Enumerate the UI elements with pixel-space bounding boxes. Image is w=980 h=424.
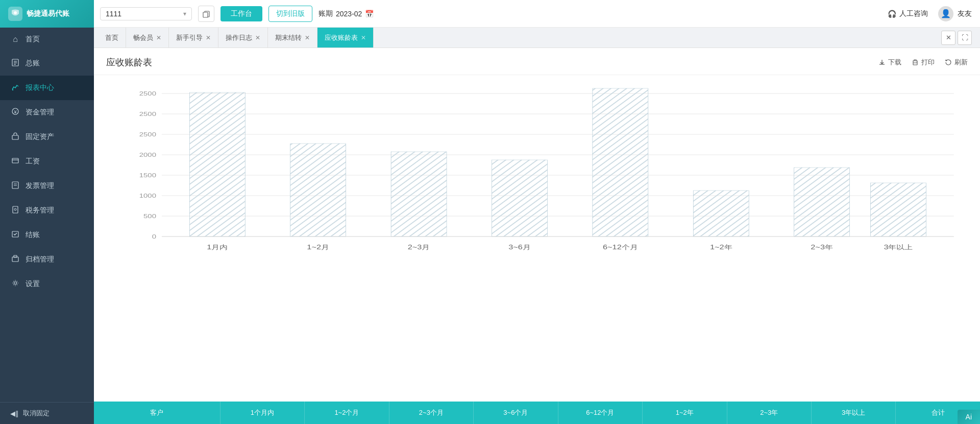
sidebar-label-invoice: 发票管理 xyxy=(26,181,54,191)
checkout-icon xyxy=(10,230,20,240)
tab-actions: ✕ ⛶ xyxy=(937,28,976,48)
tab-member-close[interactable]: ✕ xyxy=(156,35,161,41)
svg-text:1~2年: 1~2年 xyxy=(710,244,732,250)
sidebar-label-settings: 设置 xyxy=(26,279,40,289)
logo-text: 畅捷通易代账 xyxy=(27,9,69,18)
sidebar-scroll: ⌂ 首页 总账 xyxy=(0,28,94,402)
tab-guide[interactable]: 新手引导 ✕ xyxy=(169,28,218,48)
top-header: 畅捷通易代账 1111 ▾ 工作台 切到旧版 账期 2023-02 📅 🎧 人工… xyxy=(0,0,980,28)
sidebar-item-home[interactable]: ⌂ 首页 xyxy=(0,28,94,51)
svg-rect-46 xyxy=(693,191,749,237)
ai-label: Ai xyxy=(966,413,972,421)
calendar-icon[interactable]: 📅 xyxy=(365,10,374,18)
svg-rect-44 xyxy=(492,160,548,237)
sidebar-item-ledger[interactable]: 总账 xyxy=(0,51,94,76)
copy-button[interactable] xyxy=(198,6,214,22)
collapse-icon: ◀‖ xyxy=(10,410,19,417)
sidebar-item-tax[interactable]: 税务管理 xyxy=(0,198,94,223)
sidebar-item-reports[interactable]: 报表中心 xyxy=(0,76,94,100)
sidebar-label-checkout: 结账 xyxy=(26,230,40,240)
tab-member-label: 畅会员 xyxy=(133,33,153,42)
table-header: 客户 1个月内 1~2个月 2~3个月 3~6个月 6~12个月 xyxy=(94,402,980,424)
svg-text:2500: 2500 xyxy=(139,111,156,117)
chevron-down-icon: ▾ xyxy=(183,10,186,17)
refresh-label: 刷新 xyxy=(954,58,968,67)
download-button[interactable]: 下载 xyxy=(878,58,901,67)
svg-point-17 xyxy=(14,208,16,210)
header-right: 🎧 人工咨询 👤 友友 xyxy=(888,6,972,21)
ledger-icon xyxy=(10,58,20,68)
headset-icon: 🎧 xyxy=(888,10,896,18)
sidebar-item-funds[interactable]: ¥ 资金管理 xyxy=(0,100,94,125)
chart-area: 2500 2500 2500 2000 1500 1000 500 0 xyxy=(94,75,980,402)
sidebar-item-checkout[interactable]: 结账 xyxy=(0,223,94,247)
home-icon: ⌂ xyxy=(10,35,20,44)
svg-text:3~6月: 3~6月 xyxy=(508,244,531,250)
logo-area: 畅捷通易代账 xyxy=(0,0,94,28)
svg-rect-43 xyxy=(391,152,447,237)
sidebar-label-assets: 固定资产 xyxy=(26,132,54,142)
sidebar-label-archive: 归档管理 xyxy=(26,255,54,264)
page-header: 应收账龄表 下载 xyxy=(94,48,980,75)
collapse-label: 取消固定 xyxy=(23,409,50,418)
sidebar-item-assets[interactable]: 固定资产 xyxy=(0,125,94,149)
workbench-button[interactable]: 工作台 xyxy=(220,6,262,21)
sidebar-label-reports: 报表中心 xyxy=(26,83,54,92)
sidebar-item-salary[interactable]: 工资 xyxy=(0,149,94,174)
tab-log[interactable]: 操作日志 ✕ xyxy=(218,28,268,48)
salary-icon xyxy=(10,156,20,167)
svg-point-23 xyxy=(916,61,917,62)
page-content: 应收账龄表 下载 xyxy=(94,48,980,424)
svg-rect-42 xyxy=(290,144,346,237)
sidebar-collapse-button[interactable]: ◀‖ 取消固定 xyxy=(0,402,94,424)
tab-guide-label: 新手引导 xyxy=(176,33,203,42)
tab-aging[interactable]: 应收账龄表 ✕ xyxy=(317,28,374,48)
svg-rect-41 xyxy=(189,92,245,237)
bar-chart: 2500 2500 2500 2000 1500 1000 500 0 xyxy=(106,83,968,267)
svg-text:2~3年: 2~3年 xyxy=(811,244,833,250)
avatar: 👤 xyxy=(938,6,953,21)
refresh-button[interactable]: 刷新 xyxy=(945,58,968,67)
svg-text:1月内: 1月内 xyxy=(207,244,228,250)
svg-rect-2 xyxy=(203,12,208,17)
sidebar-item-archive[interactable]: 归档管理 xyxy=(0,247,94,272)
svg-text:6~12个月: 6~12个月 xyxy=(603,244,638,250)
svg-text:2500: 2500 xyxy=(139,90,156,97)
tab-guide-close[interactable]: ✕ xyxy=(206,35,211,41)
tab-home-label: 首页 xyxy=(105,33,118,42)
invoice-icon xyxy=(10,181,20,191)
switch-button[interactable]: 切到旧版 xyxy=(268,6,312,22)
col-customer: 客户 xyxy=(94,402,220,424)
archive-icon xyxy=(10,254,20,265)
period-area: 账期 2023-02 📅 xyxy=(318,9,374,18)
sidebar-label-tax: 税务管理 xyxy=(26,206,54,215)
assets-icon xyxy=(10,132,20,142)
consult-area[interactable]: 🎧 人工咨询 xyxy=(888,9,928,18)
sidebar-label-salary: 工资 xyxy=(26,157,40,166)
tax-icon xyxy=(10,205,20,216)
tab-log-close[interactable]: ✕ xyxy=(255,35,260,41)
tab-aging-label: 应收账龄表 xyxy=(325,33,358,42)
tab-member[interactable]: 畅会员 ✕ xyxy=(126,28,169,48)
svg-text:1500: 1500 xyxy=(139,172,156,179)
print-button[interactable]: 打印 xyxy=(912,58,935,67)
tab-expand-button[interactable]: ⛶ xyxy=(958,31,972,45)
tab-period-end-label: 期末结转 xyxy=(275,33,302,42)
tab-period-end-close[interactable]: ✕ xyxy=(305,35,310,41)
sidebar-item-invoice[interactable]: 发票管理 xyxy=(0,174,94,198)
tab-home[interactable]: 首页 xyxy=(98,28,126,48)
ai-badge[interactable]: Ai xyxy=(958,410,980,424)
svg-text:0: 0 xyxy=(152,233,156,240)
tab-close-button[interactable]: ✕ xyxy=(941,31,955,45)
svg-text:3年以上: 3年以上 xyxy=(884,244,913,250)
col-2-3year: 2~3年 xyxy=(727,402,812,424)
tab-aging-close[interactable]: ✕ xyxy=(361,35,366,41)
chart-container: 2500 2500 2500 2000 1500 1000 500 0 xyxy=(106,83,968,267)
page-actions: 下载 打印 xyxy=(878,58,968,67)
settings-icon xyxy=(10,279,20,289)
sidebar-item-settings[interactable]: 设置 xyxy=(0,272,94,296)
company-selector[interactable]: 1111 ▾ xyxy=(100,7,192,20)
user-area[interactable]: 👤 友友 xyxy=(938,6,972,21)
svg-rect-7 xyxy=(12,89,13,90)
tab-period-end[interactable]: 期末结转 ✕ xyxy=(268,28,317,48)
